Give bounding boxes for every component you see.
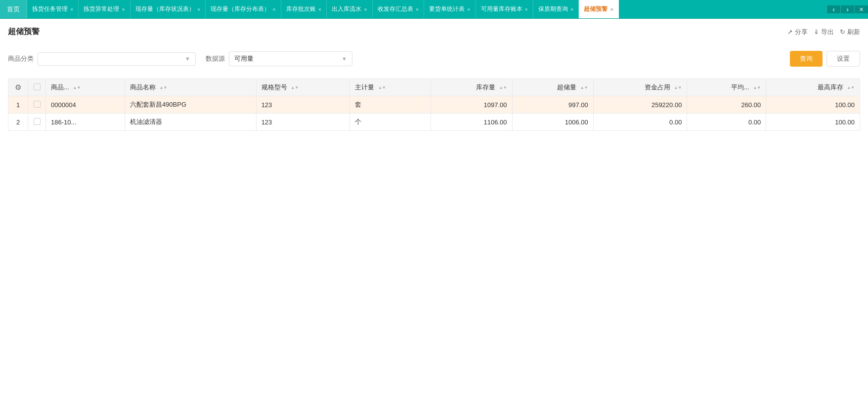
nav-label-3: 现存量（库存分布表） (211, 5, 270, 13)
query-button[interactable]: 查询 (790, 51, 823, 67)
cell-index-0: 1 (8, 96, 28, 114)
refresh-icon: ↻ (840, 28, 845, 36)
nav-label-2: 现存量（库存状况表） (135, 5, 195, 13)
cell-checkbox-0[interactable] (28, 96, 46, 114)
nav-close-4[interactable]: × (318, 6, 321, 12)
sort-icon-unit: ▲▼ (378, 86, 386, 90)
export-button[interactable]: ⇓ 导出 (814, 28, 834, 37)
th-stock-label: 库存量 (476, 83, 495, 91)
th-avg[interactable]: 平均... ▲▼ (687, 79, 766, 96)
cell-checkbox-1[interactable] (28, 114, 46, 131)
nav-label-4: 库存批次账 (286, 5, 316, 13)
nav-item-3[interactable]: 现存量（库存分布表） × (206, 0, 281, 18)
header-actions: ➚ 分享 ⇓ 导出 ↻ 刷新 (787, 28, 860, 37)
th-goods-name[interactable]: 商品名称 ▲▼ (125, 79, 256, 96)
category-select-text (43, 55, 45, 63)
nav-item-2[interactable]: 现存量（库存状况表） × (130, 0, 206, 18)
nav-item-7[interactable]: 要货单统计表 × (424, 0, 476, 18)
header-checkbox[interactable] (34, 83, 41, 90)
nav-arrow-right[interactable]: › (840, 5, 854, 13)
nav-close-2[interactable]: × (197, 6, 200, 12)
nav-item-9[interactable]: 保质期查询 × (533, 0, 579, 18)
sort-icon-over-stock: ▲▼ (580, 86, 588, 90)
cell-over-stock-0: 997.00 (512, 96, 593, 114)
nav-label-1: 拣货异常处理 (84, 5, 119, 13)
nav-item-5[interactable]: 出入库流水 × (327, 0, 372, 18)
cell-goods-name-1: 机油滤清器 (125, 114, 256, 131)
cell-spec-0: 123 (256, 96, 350, 114)
nav-item-10[interactable]: 超储预警 × (579, 0, 618, 18)
cell-goods-code-1: 186-10... (46, 114, 125, 131)
datasource-value: 可用量 (234, 54, 254, 63)
nav-arrow-left[interactable]: ‹ (826, 5, 840, 13)
filter-area: 商品分类 ▼ 数据源 可用量 ▼ 查询 设置 (8, 45, 860, 73)
nav-close-7[interactable]: × (467, 6, 470, 12)
cell-max-stock-1: 100.00 (766, 114, 860, 131)
datasource-label: 数据源 (206, 54, 225, 63)
cell-over-stock-1: 1006.00 (512, 114, 593, 131)
datasource-select[interactable]: 可用量 ▼ (229, 51, 352, 66)
sort-icon-goods-name: ▲▼ (160, 86, 168, 90)
cell-index-1: 2 (8, 114, 28, 131)
nav-close-1[interactable]: × (122, 6, 125, 12)
nav-close-6[interactable]: × (416, 6, 419, 12)
nav-item-8[interactable]: 可用量库存账本 × (476, 0, 533, 18)
th-goods-code-label: 商品... (51, 83, 69, 91)
filter-buttons: 查询 设置 (790, 51, 860, 67)
settings-button[interactable]: 设置 (826, 51, 860, 67)
datasource-filter: 数据源 可用量 ▼ (206, 51, 352, 66)
th-stock[interactable]: 库存量 ▲▼ (431, 79, 512, 96)
nav-home[interactable]: 首页 (0, 0, 27, 18)
row-checkbox-0[interactable] (34, 101, 41, 108)
cell-unit-1: 个 (350, 114, 431, 131)
nav-close-8[interactable]: × (525, 6, 528, 12)
table-header-row: ⚙ 商品... ▲▼ 商品名称 ▲▼ 规格型号 ▲▼ 主计 (8, 79, 860, 96)
nav-item-1[interactable]: 拣货异常处理 × (79, 0, 130, 18)
settings-icon[interactable]: ⚙ (15, 83, 21, 92)
cell-avg-0: 260.00 (687, 96, 766, 114)
nav-home-label: 首页 (7, 5, 20, 14)
nav-item-0[interactable]: 拣货任务管理 × (27, 0, 79, 18)
table-row: 1 0000004 六配套新昌490BPG 123 套 1097.00 997.… (8, 96, 860, 114)
th-goods-code[interactable]: 商品... ▲▼ (46, 79, 125, 96)
th-settings: ⚙ (8, 79, 28, 96)
cell-stock-1: 1106.00 (431, 114, 512, 131)
nav-close-5[interactable]: × (364, 6, 367, 12)
cell-goods-name-0: 六配套新昌490BPG (125, 96, 256, 114)
th-capital-label: 资金占用 (645, 83, 670, 91)
sort-icon-spec: ▲▼ (291, 86, 299, 90)
th-capital[interactable]: 资金占用 ▲▼ (593, 79, 687, 96)
nav-label-0: 拣货任务管理 (32, 5, 68, 13)
cell-goods-code-0: 0000004 (46, 96, 125, 114)
nav-label-5: 出入库流水 (332, 5, 361, 13)
page-content: 超储预警 ➚ 分享 ⇓ 导出 ↻ 刷新 商品分类 ▼ 数据源 (0, 19, 868, 395)
nav-close-9[interactable]: × (570, 6, 573, 12)
nav-close-10[interactable]: × (610, 6, 613, 12)
th-spec[interactable]: 规格型号 ▲▼ (256, 79, 350, 96)
nav-item-4[interactable]: 库存批次账 × (281, 0, 327, 18)
sort-icon-stock: ▲▼ (499, 86, 507, 90)
nav-item-6[interactable]: 收发存汇总表 × (373, 0, 424, 18)
th-over-stock[interactable]: 超储量 ▲▼ (512, 79, 593, 96)
category-select[interactable]: ▼ (38, 52, 196, 66)
sort-icon-max-stock: ▲▼ (847, 86, 855, 90)
th-goods-name-label: 商品名称 (130, 83, 156, 91)
nav-label-9: 保质期查询 (538, 5, 568, 13)
refresh-button[interactable]: ↻ 刷新 (840, 28, 860, 37)
nav-label-7: 要货单统计表 (429, 5, 465, 13)
export-label: 导出 (821, 28, 834, 37)
nav-label-6: 收发存汇总表 (378, 5, 413, 13)
nav-label-8: 可用量库存账本 (481, 5, 522, 13)
cell-avg-1: 0.00 (687, 114, 766, 131)
share-button[interactable]: ➚ 分享 (787, 28, 808, 37)
nav-close-3[interactable]: × (272, 6, 275, 12)
table-row: 2 186-10... 机油滤清器 123 个 1106.00 1006.00 … (8, 114, 860, 131)
th-unit[interactable]: 主计量 ▲▼ (350, 79, 431, 96)
nav-arrow-close[interactable]: × (854, 5, 868, 13)
nav-close-0[interactable]: × (70, 6, 73, 12)
category-filter: 商品分类 ▼ (8, 52, 196, 66)
top-navigation: 首页 拣货任务管理 × 拣货异常处理 × 现存量（库存状况表） × 现存量（库存… (0, 0, 868, 19)
th-max-stock[interactable]: 最高库存 ▲▼ (766, 79, 860, 96)
row-checkbox-1[interactable] (34, 118, 41, 125)
sort-icon-capital: ▲▼ (674, 86, 682, 90)
